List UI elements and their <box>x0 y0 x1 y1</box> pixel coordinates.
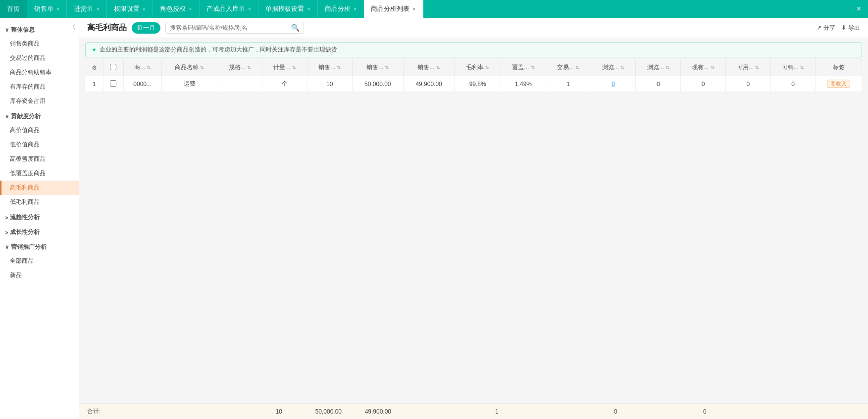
column-header-可销...[interactable]: 可销... ⇅ <box>770 59 816 76</box>
select-all-checkbox[interactable] <box>110 64 116 70</box>
sidebar-group-流趋性分析[interactable]: >流趋性分析 <box>0 209 79 224</box>
column-header-毛利率[interactable]: 毛利率 ⇅ <box>455 59 501 76</box>
sales-profit: 49,900.00 <box>403 76 454 92</box>
sort-icon: ⇅ <box>620 65 624 70</box>
column-header-标签: 标签 <box>816 59 862 76</box>
sidebar-collapse-button[interactable]: 《 <box>69 23 76 32</box>
sidebar-group-贡献度分析[interactable]: ∨贡献度分析 <box>0 108 79 123</box>
sidebar-group-整体信息[interactable]: ∨整体信息 <box>0 22 79 37</box>
nav-close-icon[interactable]: × <box>189 6 192 12</box>
nav-close-icon[interactable]: × <box>96 6 99 12</box>
nav-close-icon[interactable]: × <box>354 6 357 12</box>
nav-item-进货单[interactable]: 进货单× <box>67 0 106 18</box>
nav-item-单据模板设置[interactable]: 单据模板设置× <box>258 0 317 18</box>
column-header-浏览...[interactable]: 浏览... ⇅ <box>591 59 636 76</box>
nav-item-销售单[interactable]: 销售单× <box>27 0 67 18</box>
sort-icon: ⇅ <box>665 65 669 70</box>
sidebar-item-有库存的商品[interactable]: 有库存的商品 <box>0 80 79 94</box>
sort-icon: ⇅ <box>575 65 579 70</box>
column-header-规格...[interactable]: 规格... ⇅ <box>217 59 262 76</box>
search-box: 🔍 <box>165 22 304 34</box>
views1: 0 <box>591 76 636 92</box>
header-actions: ↗ 分享 ⬇ 导出 <box>817 24 860 32</box>
group-arrow-icon: ∨ <box>5 27 9 33</box>
search-input[interactable] <box>170 24 291 31</box>
transactions: 1 <box>546 76 591 92</box>
share-button[interactable]: ↗ 分享 <box>817 24 835 32</box>
sidebar-item-高价值商品[interactable]: 高价值商品 <box>0 123 79 138</box>
info-icon: ✦ <box>92 47 97 53</box>
group-arrow-icon: ∨ <box>5 244 9 250</box>
nav-close-icon[interactable]: × <box>412 6 415 12</box>
banner-text: 企业的主要的利润都是这部分商品创造的，可考虑加大推广，同时关注库存是不要出现缺货 <box>100 46 337 54</box>
sales-qty: 10 <box>307 76 352 92</box>
current-stock: 0 <box>681 76 726 92</box>
nav-item-权限设置[interactable]: 权限设置× <box>107 0 153 18</box>
column-header-交易...[interactable]: 交易... ⇅ <box>546 59 591 76</box>
sort-icon: ⇅ <box>247 65 251 70</box>
nav-close-icon[interactable]: × <box>56 6 59 12</box>
sort-icon: ⇅ <box>485 65 489 70</box>
sidebar-item-低毛利商品[interactable]: 低毛利商品 <box>0 195 79 209</box>
coverage: 1.49% <box>501 76 546 92</box>
export-button[interactable]: ⬇ 导出 <box>841 24 860 32</box>
sidebar-item-库存资金占用[interactable]: 库存资金占用 <box>0 94 79 108</box>
product-unit: 个 <box>262 76 307 92</box>
sidebar-item-高覆盖度商品[interactable]: 高覆盖度商品 <box>0 152 79 166</box>
column-header-商...[interactable]: 商... ⇅ <box>123 59 161 76</box>
sales-amount: 50,000.00 <box>352 76 403 92</box>
available: 0 <box>725 76 770 92</box>
column-header-可用...[interactable]: 可用... ⇅ <box>725 59 770 76</box>
sidebar-item-高毛利商品[interactable]: 高毛利商品 <box>0 181 79 195</box>
nav-close-icon[interactable]: × <box>143 6 146 12</box>
product-name: 运费 <box>161 76 217 92</box>
footer-saleable: 0 <box>685 408 724 415</box>
export-icon: ⬇ <box>841 24 846 31</box>
tag-cell: 高收入 <box>816 76 862 92</box>
footer-current-stock: 0 <box>596 408 635 415</box>
sort-icon: ⇅ <box>711 65 715 70</box>
nav-item-产成品入库单[interactable]: 产成品入库单× <box>200 0 258 18</box>
window-close-button[interactable]: × <box>850 0 868 18</box>
footer-label: 合计: <box>87 407 101 416</box>
search-icon[interactable]: 🔍 <box>291 24 300 32</box>
group-arrow-icon: > <box>5 215 8 221</box>
footer-sales-amount: 50,000.00 <box>308 408 348 415</box>
filter-recent-month-button[interactable]: 近一月 <box>132 22 160 34</box>
column-header-商品名称[interactable]: 商品名称 ⇅ <box>161 59 217 76</box>
nav-item-商品分析列表[interactable]: 商品分析列表× <box>364 0 423 18</box>
column-header-销售...[interactable]: 销售... ⇅ <box>307 59 352 76</box>
row-checkbox-cell <box>103 76 123 92</box>
sidebar-group-营销推广分析[interactable]: ∨营销推广分析 <box>0 239 79 254</box>
views1-link[interactable]: 0 <box>612 81 615 88</box>
page-title: 高毛利商品 <box>87 23 127 33</box>
nav-close-icon[interactable]: × <box>248 6 251 12</box>
sidebar-item-交易过的商品[interactable]: 交易过的商品 <box>0 51 79 65</box>
product-tag: 高收入 <box>827 80 850 88</box>
sidebar-group-成长性分析[interactable]: >成长性分析 <box>0 224 79 239</box>
row-checkbox[interactable] <box>110 80 116 87</box>
nav-item-角色授权[interactable]: 角色授权× <box>153 0 199 18</box>
nav-item-商品分析[interactable]: 商品分析× <box>318 0 364 18</box>
nav-item-首页[interactable]: 首页 <box>0 0 27 18</box>
group-arrow-icon: ∨ <box>5 113 9 120</box>
sidebar-item-全部商品[interactable]: 全部商品 <box>0 254 79 268</box>
group-arrow-icon: > <box>5 230 8 235</box>
column-header-覆盖...[interactable]: 覆盖... ⇅ <box>501 59 546 76</box>
sidebar-item-销售类商品[interactable]: 销售类商品 <box>0 37 79 51</box>
column-header-浏览...[interactable]: 浏览... ⇅ <box>636 59 681 76</box>
column-header-计量...[interactable]: 计量... ⇅ <box>262 59 307 76</box>
sidebar-item-商品分销助销率[interactable]: 商品分销助销率 <box>0 65 79 80</box>
sidebar-item-新品[interactable]: 新品 <box>0 268 79 282</box>
column-header-销售...[interactable]: 销售... ⇅ <box>352 59 403 76</box>
sort-icon: ⇅ <box>385 65 389 70</box>
column-header-现有...[interactable]: 现有... ⇅ <box>681 59 726 76</box>
footer-transactions: 1 <box>477 408 516 415</box>
sidebar: 《 ∨整体信息销售类商品交易过的商品商品分销助销率有库存的商品库存资金占用∨贡献… <box>0 18 79 419</box>
nav-close-icon[interactable]: × <box>307 6 310 12</box>
sort-icon: ⇅ <box>200 65 204 70</box>
sidebar-item-低价值商品[interactable]: 低价值商品 <box>0 138 79 152</box>
sidebar-item-低覆盖度商品[interactable]: 低覆盖度商品 <box>0 166 79 181</box>
column-header-销售...[interactable]: 销售... ⇅ <box>403 59 454 76</box>
share-icon: ↗ <box>817 24 821 31</box>
